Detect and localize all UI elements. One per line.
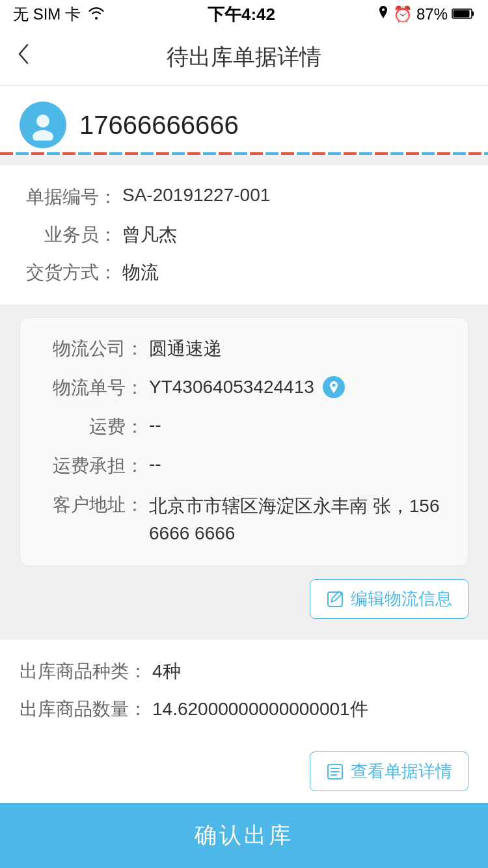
wifi-icon (87, 5, 105, 23)
logistics-company-row: 物流公司： 圆通速递 (40, 336, 448, 361)
list-icon (326, 763, 344, 781)
status-right: ⏰ 87% (377, 5, 475, 23)
back-button[interactable] (16, 41, 31, 73)
gray-divider (0, 629, 488, 640)
user-avatar (20, 102, 66, 148)
address-row: 客户地址： 北京市市辖区海淀区永丰南 张，156 6666 6666 (40, 493, 448, 547)
svg-point-5 (33, 130, 53, 141)
logistics-tracking-label: 物流单号： (40, 375, 144, 400)
freight-row: 运费： -- (40, 414, 448, 439)
map-pin-icon[interactable] (322, 375, 346, 399)
stock-section: 出库商品种类： 4种 出库商品数量： 14.62000000000000001件 (0, 640, 488, 741)
stock-quantity-label: 出库商品数量： (20, 697, 147, 722)
battery-level: 87% (416, 5, 448, 23)
freight-bear-label: 运费承担： (40, 454, 144, 478)
address-value: 北京市市辖区海淀区永丰南 张，156 6666 6666 (149, 493, 448, 547)
delivery-row: 交货方式： 物流 (20, 260, 468, 285)
status-time: 下午4:42 (208, 3, 275, 26)
user-phone: 17666666666 (79, 111, 239, 140)
nav-bar: 待出库单据详情 (0, 29, 488, 86)
view-detail-btn-row: 查看单据详情 (0, 741, 488, 811)
order-number-value: SA-20191227-001 (122, 185, 468, 206)
freight-bear-row: 运费承担： -- (40, 454, 448, 478)
user-section: 17666666666 (0, 86, 488, 148)
logistics-tracking-value: YT43064053424413 (149, 375, 448, 399)
edit-logistics-button[interactable]: 编辑物流信息 (310, 579, 468, 619)
delivery-label: 交货方式： (20, 260, 117, 285)
order-number-row: 单据编号： SA-20191227-001 (20, 185, 468, 210)
edit-btn-row: 编辑物流信息 (0, 579, 488, 629)
logistics-company-label: 物流公司： (40, 336, 144, 361)
stock-quantity-value: 14.62000000000000001件 (152, 697, 368, 722)
order-info-section: 单据编号： SA-20191227-001 业务员： 曾凡杰 交货方式： 物流 (0, 165, 488, 305)
sim-status: 无 SIM 卡 (13, 4, 81, 25)
confirm-label: 确认出库 (195, 821, 293, 850)
delivery-value: 物流 (122, 260, 468, 285)
status-left: 无 SIM 卡 (13, 4, 105, 25)
freight-value: -- (149, 414, 448, 435)
salesman-value: 曾凡杰 (122, 223, 468, 247)
svg-point-4 (36, 115, 49, 128)
edit-logistics-label: 编辑物流信息 (351, 588, 452, 610)
svg-point-7 (332, 384, 335, 387)
stock-quantity-row: 出库商品数量： 14.62000000000000001件 (20, 697, 468, 722)
status-bar: 无 SIM 卡 下午4:42 ⏰ 87% (0, 0, 488, 29)
stock-types-row: 出库商品种类： 4种 (20, 659, 468, 684)
logistics-section: 物流公司： 圆通速递 物流单号： YT43064053424413 运费： --… (20, 318, 468, 566)
alarm-icon: ⏰ (393, 5, 413, 23)
svg-rect-8 (328, 592, 342, 606)
address-label: 客户地址： (40, 493, 144, 517)
battery-icon (452, 5, 475, 23)
logistics-company-value: 圆通速递 (149, 336, 448, 361)
salesman-row: 业务员： 曾凡杰 (20, 223, 468, 247)
freight-bear-value: -- (149, 454, 448, 474)
edit-icon (326, 590, 344, 608)
svg-rect-3 (453, 10, 469, 18)
svg-point-0 (382, 8, 385, 11)
view-detail-button[interactable]: 查看单据详情 (310, 752, 468, 791)
stock-types-value: 4种 (152, 659, 181, 684)
salesman-label: 业务员： (20, 223, 117, 247)
location-status-icon (377, 5, 389, 23)
confirm-button[interactable]: 确认出库 (0, 803, 488, 868)
svg-rect-2 (472, 12, 474, 16)
logistics-tracking-row: 物流单号： YT43064053424413 (40, 375, 448, 400)
view-detail-label: 查看单据详情 (351, 760, 452, 783)
order-number-label: 单据编号： (20, 185, 117, 210)
stock-types-label: 出库商品种类： (20, 659, 147, 684)
freight-label: 运费： (40, 414, 144, 439)
page-title: 待出库单据详情 (167, 42, 321, 72)
dashed-divider (0, 148, 488, 155)
